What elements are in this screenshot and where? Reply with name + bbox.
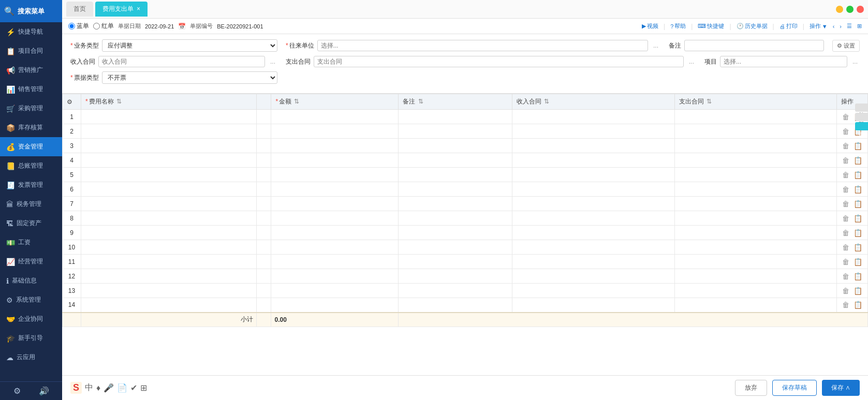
delete-icon[interactable]: 🗑	[842, 229, 849, 237]
expense-name-cell[interactable]	[81, 298, 257, 313]
expense-name-cell[interactable]	[81, 139, 257, 153]
income-contract-cell[interactable]	[512, 284, 674, 298]
delete-icon[interactable]: 🗑	[842, 156, 849, 165]
copy-icon[interactable]: 📋	[854, 142, 862, 150]
delete-icon[interactable]: 🗑	[842, 142, 849, 150]
save-draft-button[interactable]: 保存草稿	[772, 380, 817, 396]
radio-blue[interactable]: 蓝单	[68, 22, 89, 31]
amount-cell[interactable]	[271, 153, 399, 168]
expense-contract-cell[interactable]	[674, 153, 836, 168]
income-contract-cell[interactable]	[512, 226, 674, 240]
sidebar-item-capital[interactable]: 💰资金管理	[0, 137, 62, 156]
amount-cell[interactable]	[271, 255, 399, 269]
nav-prev-btn[interactable]: ‹	[833, 23, 835, 29]
project-input[interactable]	[720, 56, 847, 67]
income-contract-cell[interactable]	[512, 139, 674, 153]
amount-cell[interactable]	[271, 197, 399, 211]
biz-type-select[interactable]: 应付调整	[102, 39, 277, 52]
sidebar-item-fixed-assets[interactable]: 🏗固定资产	[0, 214, 62, 233]
radio-red[interactable]: 红单	[93, 22, 114, 31]
copy-icon[interactable]: 📋	[854, 243, 862, 251]
expense-contract-cell[interactable]	[674, 168, 836, 182]
help-btn[interactable]: ? 帮助	[670, 22, 686, 30]
expense-contract-input[interactable]	[314, 56, 684, 67]
expense-contract-cell[interactable]	[674, 182, 836, 197]
video-btn[interactable]: ▶ 视频	[642, 22, 658, 30]
income-contract-dots[interactable]: ...	[268, 58, 277, 65]
expense-contract-dots[interactable]: ...	[687, 58, 696, 65]
income-contract-cell[interactable]	[512, 110, 674, 124]
logo-doc[interactable]: 📄	[117, 383, 127, 393]
grid-view-btn[interactable]: ⊞	[857, 23, 862, 29]
expense-name-cell[interactable]	[81, 110, 257, 124]
copy-icon[interactable]: 📋	[854, 156, 862, 165]
income-contract-cell[interactable]	[512, 255, 674, 269]
copy-icon[interactable]: 📋	[854, 214, 862, 223]
amount-cell[interactable]	[271, 168, 399, 182]
remark-cell[interactable]	[399, 298, 512, 313]
remark-cell[interactable]	[399, 255, 512, 269]
sidebar-item-inventory[interactable]: 📦库存核算	[0, 118, 62, 137]
remark-cell[interactable]	[399, 226, 512, 240]
sidebar-item-project-contract[interactable]: 📋项目合同	[0, 41, 62, 61]
counterpart-input[interactable]	[317, 40, 648, 51]
amount-cell[interactable]	[271, 284, 399, 298]
income-contract-cell[interactable]	[512, 298, 674, 313]
side-attach-btn[interactable]: 附件	[855, 113, 868, 121]
copy-icon[interactable]: 📋	[854, 287, 862, 295]
copy-icon[interactable]: 📋	[854, 229, 862, 237]
remark-cell[interactable]	[399, 124, 512, 139]
sidebar-item-tax[interactable]: 🏛税务管理	[0, 195, 62, 214]
income-contract-cell[interactable]	[512, 153, 674, 168]
amount-cell[interactable]	[271, 226, 399, 240]
sidebar-item-cloud-apps[interactable]: ☁云应用	[0, 348, 62, 367]
remark-cell[interactable]	[399, 269, 512, 284]
sidebar-item-quick-nav[interactable]: ⚡快捷导航	[0, 22, 62, 41]
print-btn[interactable]: 🖨 打印	[779, 22, 798, 30]
shortcut-btn[interactable]: ⌨ 快捷键	[698, 22, 724, 30]
amount-cell[interactable]	[271, 298, 399, 313]
copy-icon[interactable]: 📋	[854, 185, 862, 194]
remark-cell[interactable]	[399, 153, 512, 168]
expense-contract-cell[interactable]	[674, 284, 836, 298]
tab-close-icon[interactable]: ×	[137, 5, 140, 12]
delete-icon[interactable]: 🗑	[842, 214, 849, 223]
delete-icon[interactable]: 🗑	[842, 287, 849, 295]
maximize-button[interactable]	[846, 6, 854, 13]
amount-cell[interactable]	[271, 182, 399, 197]
logo-grid[interactable]: ⊞	[140, 383, 147, 393]
delete-icon[interactable]: 🗑	[842, 272, 849, 280]
amount-cell[interactable]	[271, 269, 399, 284]
sidebar-item-ledger[interactable]: 📒总账管理	[0, 156, 62, 175]
project-dots[interactable]: ...	[850, 58, 860, 65]
remark-input[interactable]	[684, 40, 824, 51]
expense-name-cell[interactable]	[81, 153, 257, 168]
close-button[interactable]	[857, 6, 864, 13]
delete-icon[interactable]: 🗑	[842, 301, 849, 309]
amount-cell[interactable]	[271, 240, 399, 255]
remark-cell[interactable]	[399, 284, 512, 298]
save-button[interactable]: 保存 ∧	[822, 380, 860, 396]
delete-icon[interactable]: 🗑	[842, 127, 849, 136]
expense-contract-cell[interactable]	[674, 211, 836, 226]
expense-contract-cell[interactable]	[674, 255, 836, 269]
logo-zhong[interactable]: 中	[85, 382, 93, 393]
list-view-btn[interactable]: ☰	[847, 23, 852, 29]
invoice-type-select[interactable]: 不开票	[102, 71, 277, 84]
remark-cell[interactable]	[399, 197, 512, 211]
expense-name-cell[interactable]	[81, 124, 257, 139]
income-contract-cell[interactable]	[512, 124, 674, 139]
sidebar-item-operations[interactable]: 📈经营管理	[0, 252, 62, 271]
expense-name-cell[interactable]	[81, 168, 257, 182]
expense-name-cell[interactable]	[81, 211, 257, 226]
delete-icon[interactable]: 🗑	[842, 113, 849, 121]
copy-icon[interactable]: 📋	[854, 171, 862, 179]
minimize-button[interactable]	[836, 6, 843, 13]
expense-name-cell[interactable]	[81, 197, 257, 211]
delete-icon[interactable]: 🗑	[842, 185, 849, 194]
sidebar-item-purchase[interactable]: 🛒采购管理	[0, 99, 62, 118]
expense-contract-cell[interactable]	[674, 298, 836, 313]
logo-check[interactable]: ✔	[130, 383, 137, 393]
action-btn[interactable]: 操作 ▼	[810, 22, 828, 30]
expense-name-cell[interactable]	[81, 284, 257, 298]
